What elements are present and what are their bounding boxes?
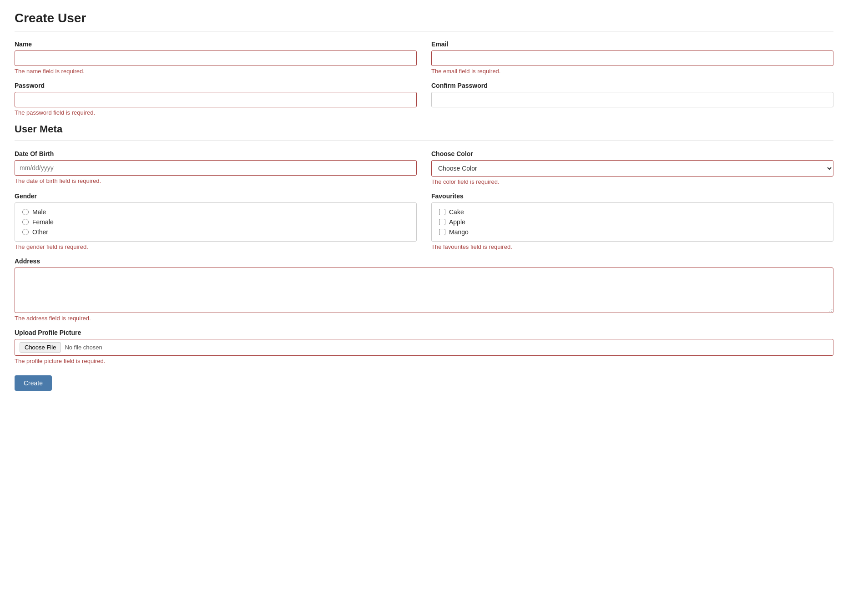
dob-error: The date of birth field is required.: [15, 177, 417, 184]
favourites-apple-label[interactable]: Apple: [439, 218, 826, 226]
favourites-cake-label[interactable]: Cake: [439, 208, 826, 216]
name-label: Name: [15, 40, 417, 48]
gender-other-label[interactable]: Other: [22, 228, 409, 236]
email-error: The email field is required.: [431, 68, 833, 75]
favourites-apple-checkbox[interactable]: [439, 219, 445, 225]
meta-divider: [15, 141, 833, 141]
color-select[interactable]: Choose Color Red Blue Green Yellow Purpl…: [431, 160, 833, 177]
gender-box: Male Female Other: [15, 202, 417, 242]
create-button[interactable]: Create: [15, 375, 52, 391]
gender-label: Gender: [15, 192, 417, 200]
gender-male-radio[interactable]: [22, 209, 29, 215]
gender-male-label[interactable]: Male: [22, 208, 409, 216]
gender-male-text: Male: [32, 208, 46, 216]
password-error: The password field is required.: [15, 109, 417, 116]
address-error: The address field is required.: [15, 315, 833, 322]
profile-picture-error: The profile picture field is required.: [15, 358, 833, 364]
color-group: Choose Color Choose Color Red Blue Green…: [431, 150, 833, 185]
favourites-group: Favourites Cake Apple Mango The favourit…: [431, 192, 833, 250]
dob-input[interactable]: [15, 160, 417, 176]
password-group: Password The password field is required.: [15, 82, 417, 116]
favourites-box: Cake Apple Mango: [431, 202, 833, 242]
gender-other-text: Other: [32, 228, 48, 236]
favourites-mango-text: Mango: [449, 228, 469, 236]
choose-file-button[interactable]: Choose File: [20, 342, 61, 353]
favourites-cake-checkbox[interactable]: [439, 209, 445, 215]
name-email-row: Name The name field is required. Email T…: [15, 40, 833, 75]
password-input[interactable]: [15, 92, 417, 107]
name-error: The name field is required.: [15, 68, 417, 75]
gender-favourites-row: Gender Male Female Other The gender fiel…: [15, 192, 833, 250]
email-group: Email The email field is required.: [431, 40, 833, 75]
favourites-apple-text: Apple: [449, 218, 465, 226]
favourites-mango-label[interactable]: Mango: [439, 228, 826, 236]
gender-female-label[interactable]: Female: [22, 218, 409, 226]
no-file-chosen-text: No file chosen: [65, 344, 102, 351]
dob-color-row: Date Of Birth The date of birth field is…: [15, 150, 833, 185]
favourites-mango-checkbox[interactable]: [439, 229, 445, 235]
gender-error: The gender field is required.: [15, 243, 417, 250]
email-input[interactable]: [431, 50, 833, 66]
dob-group: Date Of Birth The date of birth field is…: [15, 150, 417, 185]
email-label: Email: [431, 40, 833, 48]
gender-other-radio[interactable]: [22, 229, 29, 235]
page-title: Create User: [15, 11, 833, 25]
file-input-wrapper: Choose File No file chosen: [15, 339, 833, 356]
gender-female-radio[interactable]: [22, 219, 29, 225]
address-textarea[interactable]: [15, 268, 833, 313]
favourites-label: Favourites: [431, 192, 833, 200]
name-group: Name The name field is required.: [15, 40, 417, 75]
password-row: Password The password field is required.…: [15, 82, 833, 116]
color-error: The color field is required.: [431, 178, 833, 185]
confirm-password-label: Confirm Password: [431, 82, 833, 89]
confirm-password-group: Confirm Password: [431, 82, 833, 116]
profile-picture-group: Upload Profile Picture Choose File No fi…: [15, 329, 833, 364]
profile-picture-label: Upload Profile Picture: [15, 329, 833, 336]
password-label: Password: [15, 82, 417, 89]
title-divider: [15, 31, 833, 31]
address-label: Address: [15, 258, 833, 265]
gender-group: Gender Male Female Other The gender fiel…: [15, 192, 417, 250]
gender-female-text: Female: [32, 218, 54, 226]
favourites-cake-text: Cake: [449, 208, 464, 216]
favourites-error: The favourites field is required.: [431, 243, 833, 250]
confirm-password-input[interactable]: [431, 92, 833, 107]
color-label: Choose Color: [431, 150, 833, 157]
address-group: Address The address field is required.: [15, 258, 833, 322]
name-input[interactable]: [15, 50, 417, 66]
dob-label: Date Of Birth: [15, 150, 417, 157]
user-meta-title: User Meta: [15, 123, 833, 135]
